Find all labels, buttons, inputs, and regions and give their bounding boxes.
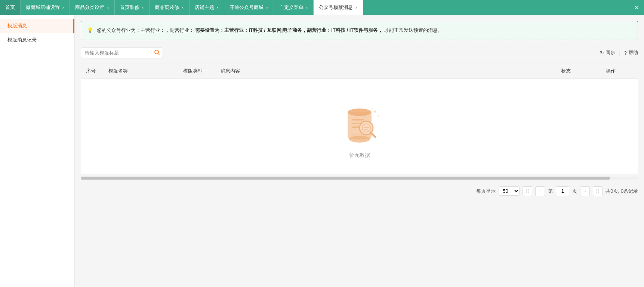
svg-rect-6 — [352, 119, 364, 120]
col-actions: 操作 — [601, 64, 638, 78]
content-area: 💡 您的公众号行业为：主营行业：，副营行业： 需要设置为：主营行业：IT科技 /… — [75, 15, 644, 287]
help-button[interactable]: ? 帮助 — [624, 49, 638, 56]
tab-product-category[interactable]: 商品分类设置 × — [70, 0, 114, 15]
search-left — [81, 48, 163, 58]
sidebar: 模版消息 模版消息记录 — [0, 15, 75, 287]
tab-shop-theme[interactable]: 店铺主题 × — [189, 0, 224, 15]
horizontal-scrollbar[interactable] — [81, 177, 638, 180]
tab-home-label: 首页 — [5, 4, 15, 11]
notice-suffix: 才能正常发送预置的消息。 — [384, 27, 443, 33]
svg-rect-12 — [364, 127, 369, 128]
first-page-button[interactable]: ⟨⟨ — [523, 186, 532, 196]
sidebar-item-label: 模版消息记录 — [7, 37, 37, 43]
sync-label: 同步 — [606, 49, 615, 56]
per-page-label: 每页显示 — [476, 188, 496, 195]
tab-label: 首页装修 — [120, 4, 139, 11]
tab-home-decoration[interactable]: 首页装修 × — [115, 0, 150, 15]
window-close-button[interactable]: ✕ — [629, 0, 644, 15]
tab-micro-shop-settings[interactable]: 微商城店铺设置 × — [21, 0, 70, 15]
sync-button[interactable]: ↻ 同步 — [600, 49, 615, 56]
tab-close-icon[interactable]: × — [266, 5, 268, 10]
svg-point-15 — [378, 115, 379, 117]
svg-point-14 — [374, 110, 376, 113]
search-icon — [154, 49, 160, 55]
total-text: 共0页, 0条记录 — [606, 188, 638, 195]
search-input-wrap — [81, 48, 163, 58]
svg-point-16 — [372, 108, 373, 109]
tab-label: 微商城店铺设置 — [26, 4, 60, 11]
tab-label: 商品分类设置 — [75, 4, 104, 11]
tab-label: 自定义菜单 — [279, 4, 303, 11]
tab-custom-menu[interactable]: 自定义菜单 × — [274, 0, 314, 15]
tab-close-icon[interactable]: × — [355, 5, 357, 10]
search-input[interactable] — [81, 48, 163, 58]
sync-icon: ↻ — [600, 50, 604, 56]
search-button[interactable] — [154, 49, 160, 57]
col-name: 模版名称 — [103, 64, 178, 78]
tab-label: 开通公众号商城 — [229, 4, 264, 11]
notice-icon: 💡 — [87, 27, 93, 33]
data-table: 序号 模版名称 模版类型 消息内容 状态 操作 — [81, 64, 638, 174]
scrollbar-thumb[interactable] — [81, 177, 610, 180]
tab-template-msg[interactable]: 公众号模版消息 × — [314, 0, 363, 15]
empty-illustration — [337, 101, 382, 146]
page-suffix: 页 — [572, 188, 577, 195]
tab-close-icon[interactable]: × — [306, 5, 308, 10]
tab-close-icon[interactable]: × — [216, 5, 219, 10]
next-page-button[interactable]: › — [580, 186, 590, 196]
tab-home[interactable]: 首页 — [0, 0, 21, 15]
empty-row: 暂无数据 — [81, 78, 638, 174]
sidebar-item-template-message[interactable]: 模版消息 — [0, 19, 74, 33]
prev-page-button[interactable]: ‹ — [535, 186, 545, 196]
tab-close-icon[interactable]: × — [181, 5, 184, 10]
tab-close-icon[interactable]: × — [142, 5, 144, 10]
col-index: 序号 — [81, 64, 103, 78]
help-icon: ? — [624, 50, 627, 56]
search-right: ↻ 同步 | ? 帮助 — [600, 49, 638, 56]
col-status: 状态 — [556, 64, 601, 78]
tab-label: 公众号模版消息 — [319, 4, 353, 11]
sidebar-item-template-message-record[interactable]: 模版消息记录 — [0, 33, 74, 47]
page-label: 第 — [548, 188, 553, 195]
main-layout: 模版消息 模版消息记录 💡 您的公众号行业为：主营行业：，副营行业： 需要设置为… — [0, 15, 644, 287]
sidebar-item-label: 模版消息 — [7, 23, 27, 28]
tab-product-decoration[interactable]: 商品页装修 × — [150, 0, 189, 15]
tab-close-icon[interactable]: × — [62, 5, 64, 10]
empty-state: 暂无数据 — [81, 79, 638, 174]
pagination: 每页显示 50 20 100 ⟨⟨ ‹ 第 页 › ⟩⟩ 共0页, 0条记录 — [81, 183, 638, 200]
tab-label: 商品页装修 — [155, 4, 179, 11]
svg-point-5 — [349, 136, 370, 143]
col-type: 模版类型 — [178, 64, 215, 78]
tab-open-mall[interactable]: 开通公众号商城 × — [224, 0, 274, 15]
svg-point-4 — [348, 109, 372, 116]
tab-bar: 首页 微商城店铺设置 × 商品分类设置 × 首页装修 × 商品页装修 × 店铺主… — [0, 0, 644, 15]
table-header-row: 序号 模版名称 模版类型 消息内容 状态 操作 — [81, 64, 638, 78]
empty-text: 暂无数据 — [81, 152, 638, 159]
svg-line-1 — [158, 54, 160, 55]
svg-rect-13 — [364, 129, 368, 130]
search-bar: ↻ 同步 | ? 帮助 — [81, 48, 638, 58]
last-page-button[interactable]: ⟩⟩ — [593, 186, 603, 196]
divider: | — [619, 50, 620, 56]
page-input[interactable] — [556, 186, 569, 196]
per-page-select[interactable]: 50 20 100 — [499, 186, 520, 196]
col-content: 消息内容 — [215, 64, 556, 78]
notice-box: 💡 您的公众号行业为：主营行业：，副营行业： 需要设置为：主营行业：IT科技 /… — [81, 21, 638, 40]
notice-highlight: 需要设置为：主营行业：IT科技 / 互联网|电子商务，副营行业：IT科技 / I… — [195, 27, 383, 33]
tab-close-icon[interactable]: × — [107, 5, 109, 10]
tab-label: 店铺主题 — [195, 4, 214, 11]
notice-prefix: 您的公众号行业为：主营行业：，副营行业： — [97, 27, 194, 33]
help-label: 帮助 — [628, 49, 638, 56]
